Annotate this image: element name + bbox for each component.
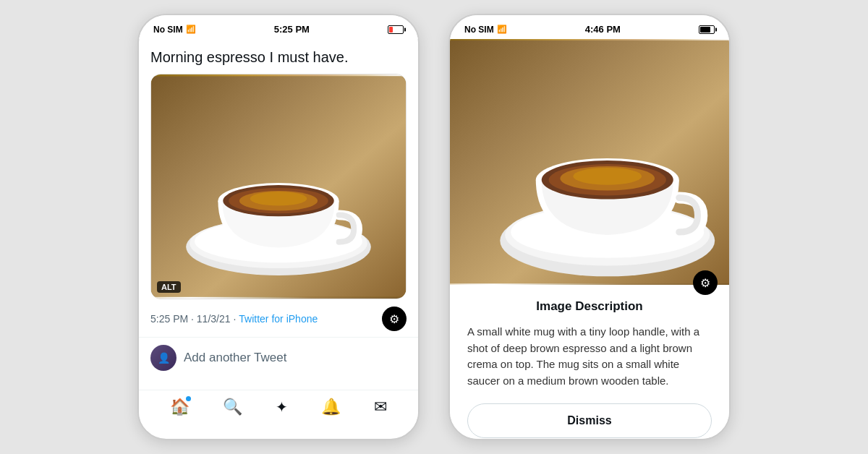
gear-button-left[interactable]: ⚙: [382, 307, 407, 331]
battery-icon-left: [388, 25, 404, 34]
battery-left: [388, 25, 404, 34]
carrier-label-right: No SIM: [464, 25, 494, 35]
svg-point-18: [573, 168, 642, 185]
add-tweet-row[interactable]: 👤 Add another Tweet: [139, 338, 418, 378]
tweet-content: Morning espresso I must have.: [139, 39, 418, 337]
tweet-area: Morning espresso I must have.: [139, 39, 418, 431]
add-tweet-placeholder[interactable]: Add another Tweet: [184, 351, 286, 365]
right-coffee-svg: [450, 39, 729, 285]
status-bar-right: No SIM 📶 4:46 PM: [450, 15, 729, 39]
phones-container: No SIM 📶 5:25 PM Morning espresso I must…: [123, 0, 745, 454]
nav-search-icon[interactable]: 🔍: [223, 398, 242, 416]
nav-home-icon[interactable]: 🏠: [170, 398, 190, 416]
status-bar-left: No SIM 📶 5:25 PM: [139, 15, 418, 39]
carrier-left: No SIM 📶: [153, 25, 196, 35]
tweet-text: Morning espresso I must have.: [150, 48, 407, 67]
carrier-label-left: No SIM: [153, 25, 183, 35]
bottom-nav: 🏠 🔍 ✦ 🔔 ✉: [139, 390, 418, 431]
wifi-icon-right: 📶: [497, 25, 507, 34]
nav-notifications-icon[interactable]: 🔔: [321, 398, 341, 416]
avatar: 👤: [150, 345, 176, 371]
tweet-image-container[interactable]: ALT: [150, 74, 407, 299]
alt-badge[interactable]: ALT: [157, 281, 181, 293]
left-phone: No SIM 📶 5:25 PM Morning espresso I must…: [137, 14, 420, 440]
avatar-image: 👤: [150, 345, 176, 371]
battery-right: [699, 25, 715, 34]
nav-spaces-icon[interactable]: ✦: [276, 398, 288, 416]
description-title: Image Description: [467, 299, 712, 314]
tweet-image: [151, 74, 406, 299]
gear-button-right[interactable]: ⚙: [693, 270, 718, 295]
description-body: A small white mug with a tiny loop handl…: [467, 324, 712, 389]
tweet-meta: 5:25 PM · 11/3/21 · Twitter for iPhone ⚙: [150, 299, 407, 337]
description-sheet: ⚙ Image Description A small white mug wi…: [450, 285, 729, 440]
right-phone: No SIM 📶 4:46 PM: [448, 14, 731, 440]
tweet-source-link[interactable]: Twitter for iPhone: [239, 313, 318, 325]
dismiss-button[interactable]: Dismiss: [467, 403, 712, 438]
time-left: 5:25 PM: [274, 24, 310, 35]
right-image-panel: [450, 39, 729, 285]
wifi-icon-left: 📶: [186, 25, 196, 34]
carrier-right: No SIM 📶: [464, 25, 507, 35]
tweet-meta-left: 5:25 PM · 11/3/21 · Twitter for iPhone: [150, 313, 318, 325]
tweet-time: 5:25 PM · 11/3/21 ·: [150, 313, 236, 325]
battery-fill-left: [389, 27, 393, 33]
battery-fill-right: [700, 27, 710, 33]
coffee-svg: [151, 74, 406, 299]
nav-messages-icon[interactable]: ✉: [374, 398, 387, 416]
battery-icon-right: [699, 25, 715, 34]
svg-point-9: [250, 192, 307, 206]
time-right: 4:46 PM: [585, 24, 621, 35]
